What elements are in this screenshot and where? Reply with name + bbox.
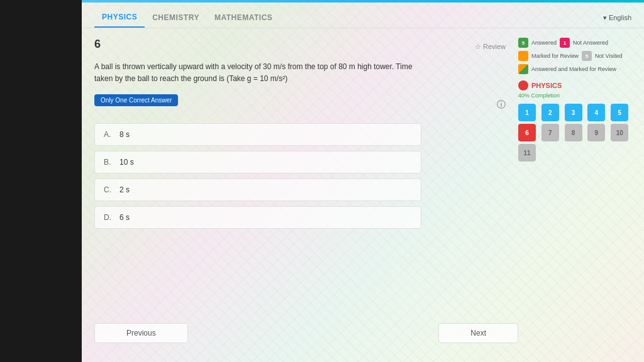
info-icon[interactable]: ⓘ bbox=[497, 99, 506, 111]
legend-answered-marked-label: Answered and Marked for Review bbox=[531, 66, 616, 72]
subject-label: PHYSICS bbox=[518, 80, 631, 90]
option-a-letter: A. bbox=[104, 130, 113, 139]
previous-button[interactable]: Previous bbox=[94, 323, 188, 343]
option-c[interactable]: C. 2 s bbox=[94, 178, 421, 201]
q-btn-1[interactable]: 1 bbox=[518, 104, 536, 121]
option-d-text: 6 s bbox=[119, 213, 130, 222]
legend-dot-answered-marked bbox=[518, 64, 528, 74]
option-b[interactable]: B. 10 s bbox=[94, 151, 421, 173]
option-b-letter: B. bbox=[104, 158, 113, 167]
option-c-text: 2 s bbox=[119, 185, 130, 194]
subject-icon bbox=[518, 80, 528, 90]
left-panel bbox=[0, 0, 82, 362]
option-d-letter: D. bbox=[104, 213, 113, 222]
option-c-letter: C. bbox=[104, 185, 113, 194]
q-btn-6[interactable]: 6 bbox=[518, 124, 536, 141]
options-list: A. 8 s B. 10 s C. 2 s D. 6 s bbox=[94, 123, 421, 229]
q-btn-9[interactable]: 9 bbox=[587, 124, 605, 141]
sidebar-panel: 5 Answered 1 Not Answered Marked for Rev… bbox=[518, 38, 631, 229]
q-btn-3[interactable]: 3 bbox=[565, 104, 582, 121]
nav-tabs: PHYSICS CHEMISTRY MATHEMATICS ▾ English bbox=[82, 0, 644, 28]
q-btn-2[interactable]: 2 bbox=[541, 104, 559, 121]
question-number-grid: 1 2 3 4 5 6 7 8 9 10 11 bbox=[518, 104, 631, 162]
bottom-nav: Previous Next bbox=[94, 323, 518, 343]
q-btn-5[interactable]: 5 bbox=[611, 104, 628, 121]
main-content: PHYSICS CHEMISTRY MATHEMATICS ▾ English … bbox=[82, 0, 644, 362]
subject-name: PHYSICS bbox=[531, 82, 562, 89]
question-text: A ball is thrown vertically upward with … bbox=[94, 61, 421, 85]
legend-not-answered-label: Not Answered bbox=[573, 40, 608, 46]
legend-dot-answered: 5 bbox=[518, 38, 528, 48]
q-btn-4[interactable]: 4 bbox=[587, 104, 605, 121]
legend-section: 5 Answered 1 Not Answered Marked for Rev… bbox=[518, 38, 631, 74]
review-button[interactable]: ☆ Review bbox=[475, 43, 506, 51]
option-a[interactable]: A. 8 s bbox=[94, 123, 421, 146]
option-d[interactable]: D. 6 s bbox=[94, 206, 421, 229]
q-btn-11[interactable]: 11 bbox=[518, 144, 536, 162]
q-btn-7[interactable]: 7 bbox=[541, 124, 559, 141]
tab-physics[interactable]: PHYSICS bbox=[94, 8, 145, 28]
answer-type-badge: Only One Correct Answer bbox=[94, 94, 178, 106]
option-a-text: 8 s bbox=[119, 130, 130, 139]
q-btn-10[interactable]: 10 bbox=[611, 124, 628, 141]
legend-marked-label: Marked for Review bbox=[531, 53, 579, 59]
next-button[interactable]: Next bbox=[438, 323, 518, 343]
completion-text: 40% Completion bbox=[518, 92, 631, 99]
language-selector[interactable]: ▾ English bbox=[603, 14, 631, 22]
content-area: 6 ☆ Review A ball is thrown vertically u… bbox=[82, 28, 644, 238]
question-number: 6 bbox=[94, 38, 101, 51]
option-b-text: 10 s bbox=[119, 158, 134, 167]
legend-not-visited-label: Not Visited bbox=[595, 53, 622, 59]
question-section: 6 ☆ Review A ball is thrown vertically u… bbox=[94, 38, 518, 229]
tab-mathematics[interactable]: MATHEMATICS bbox=[207, 8, 280, 27]
legend-answered-marked: Answered and Marked for Review bbox=[518, 64, 631, 74]
legend-answered: 5 Answered 1 Not Answered bbox=[518, 38, 631, 48]
legend-dot-not-answered: 1 bbox=[560, 38, 570, 48]
legend-dot-marked bbox=[518, 51, 528, 61]
q-btn-8[interactable]: 8 bbox=[565, 124, 582, 141]
legend-marked: Marked for Review 5 Not Visited bbox=[518, 51, 631, 61]
legend-dot-not-visited: 5 bbox=[582, 51, 592, 61]
legend-answered-label: Answered bbox=[531, 40, 557, 46]
tab-chemistry[interactable]: CHEMISTRY bbox=[145, 8, 207, 27]
